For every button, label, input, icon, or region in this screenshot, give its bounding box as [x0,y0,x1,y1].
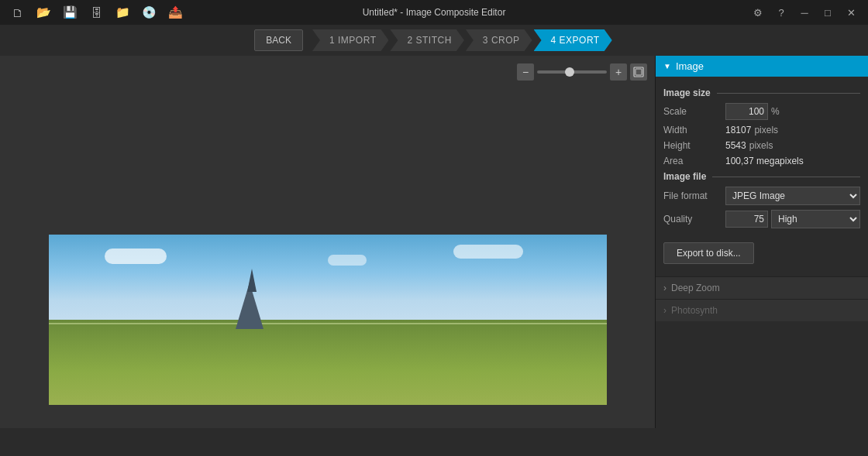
quality-input[interactable] [725,211,768,228]
titlebar: 🗋 📂 💾 🗄 📁 💿 📤 Untitled* - Image Composit… [0,0,868,25]
right-panel: ▼ Image Image size Scale % Width 18107 p… [655,56,868,428]
step-import-label: 1 [329,35,335,46]
height-unit: pixels [749,140,773,151]
file-format-label: File format [663,190,725,201]
deep-zoom-section: › Deep Zoom [656,276,868,299]
image-file-group-label: Image file [663,171,860,182]
photosynth-title: Photosynth [671,305,718,316]
ground-layer [49,320,607,405]
export-disk-button[interactable]: Export to disk... [663,242,754,264]
folder-icon[interactable]: 📁 [112,2,133,23]
file-format-select[interactable]: JPEG Image PNG Image TIFF Image BMP Imag… [725,187,860,205]
image-section-arrow: ▼ [663,62,671,70]
horizon-line [49,323,607,324]
width-unit: pixels [754,125,778,135]
image-section-header[interactable]: ▼ Image [656,56,868,77]
save-all-icon[interactable]: 🗄 [85,2,107,23]
deep-zoom-title: Deep Zoom [671,283,720,293]
svg-rect-1 [636,69,642,75]
wizard-step-import[interactable]: 1 IMPORT [312,29,388,51]
settings-icon[interactable]: ⚙ [747,4,769,21]
wizard-step-crop[interactable]: 3 CROP [466,29,532,51]
quality-level-select[interactable]: Low Medium High Very High [771,210,860,228]
maximize-button[interactable]: □ [817,4,839,21]
scale-unit: % [771,106,780,117]
photosynth-section: › Photosynth [656,299,868,321]
main-content: − + [0,56,868,428]
zoom-controls: − + [517,63,647,81]
close-button[interactable]: ✕ [840,4,862,21]
image-section-title: Image [676,60,704,72]
scale-row: Scale % [663,103,860,120]
help-icon[interactable]: ? [770,4,792,21]
wizard-navigation: BACK 1 IMPORT 2 STITCH 3 CROP 4 EXPORT [0,25,868,56]
cloud-1 [105,249,167,264]
export-button-container: Export to disk... [663,236,860,270]
cloud-3 [453,245,523,259]
file-format-row: File format JPEG Image PNG Image TIFF Im… [663,187,860,205]
area-value: 100,37 megapixels [725,156,804,166]
area-label: Area [663,156,725,166]
scale-label: Scale [663,106,725,117]
wizard-step-export[interactable]: 4 EXPORT [534,29,612,51]
width-value: 18107 [725,125,751,135]
zoom-in-button[interactable]: + [610,63,627,81]
deep-zoom-arrow: › [663,283,666,293]
photosynth-header[interactable]: › Photosynth [656,299,868,321]
canvas-area: − + [0,56,655,428]
zoom-slider-thumb [565,67,574,77]
image-section-body: Image size Scale % Width 18107 pixels He… [656,77,868,276]
zoom-out-button[interactable]: − [517,63,534,81]
titlebar-toolbar: 🗋 📂 💾 🗄 📁 💿 📤 [6,2,186,23]
window-title: Untitled* - Image Composite Editor [363,7,506,18]
back-button[interactable]: BACK [254,29,303,51]
export-icon[interactable]: 📤 [164,2,186,23]
quality-row: Quality Low Medium High Very High [663,210,860,228]
width-row: Width 18107 pixels [663,125,860,135]
quality-label: Quality [663,214,725,225]
image-size-group-label: Image size [663,87,860,98]
scale-input[interactable] [725,103,768,120]
zoom-slider[interactable] [537,70,607,74]
disk-icon[interactable]: 💿 [138,2,160,23]
save-icon[interactable]: 💾 [59,2,81,23]
new-icon[interactable]: 🗋 [6,2,28,23]
window-controls: ⚙ ? ─ □ ✕ [747,4,862,21]
height-label: Height [663,140,725,151]
minimize-button[interactable]: ─ [794,4,815,21]
panorama-image [49,235,607,405]
height-value: 5543 [725,140,746,151]
mountain-spire [247,269,257,292]
height-row: Height 5543 pixels [663,140,860,151]
cloud-2 [328,255,367,266]
photosynth-arrow: › [663,305,666,316]
wizard-step-stitch[interactable]: 2 STITCH [390,29,463,51]
image-section: ▼ Image Image size Scale % Width 18107 p… [656,56,868,276]
area-row: Area 100,37 megapixels [663,156,860,166]
deep-zoom-header[interactable]: › Deep Zoom [656,276,868,299]
width-label: Width [663,125,725,135]
zoom-fit-button[interactable] [630,63,647,81]
open-icon[interactable]: 📂 [33,2,54,23]
panorama-image-container [49,235,607,405]
